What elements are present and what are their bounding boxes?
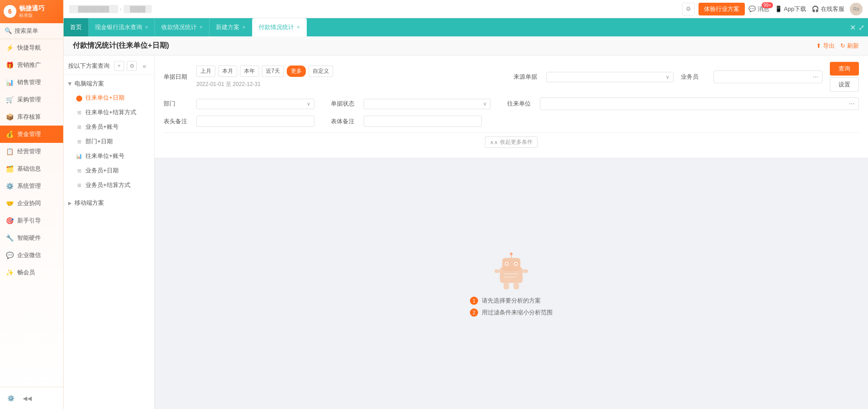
sidebar-item-system[interactable]: ⚙️ 系统管理: [0, 177, 63, 195]
date-btn-custom[interactable]: 自定义: [309, 66, 333, 77]
refresh-btn[interactable]: ↻ 刷新: [840, 42, 859, 50]
header-note-input[interactable]: [196, 116, 314, 127]
sidebar-item-finance[interactable]: 💰 资金管理: [0, 126, 63, 143]
sidebar-item-label: 系统管理: [17, 182, 41, 190]
tab-bank-close[interactable]: ×: [145, 24, 148, 30]
tab-home[interactable]: 首页: [64, 18, 89, 36]
user-avatar[interactable]: Rit: [850, 3, 863, 15]
scheme-settings-btn[interactable]: ⚙: [127, 61, 137, 71]
add-scheme-btn[interactable]: +: [114, 61, 124, 71]
tab-bank[interactable]: 现金银行流水查询 ×: [89, 18, 155, 36]
message-icon: 💬: [748, 5, 756, 12]
source-select[interactable]: ∨: [546, 72, 673, 82]
tab-receipt-close[interactable]: ×: [200, 24, 203, 30]
mobile-group-header[interactable]: ▶ 移动端方案: [64, 196, 154, 210]
settings-footer-btn[interactable]: ⚙️: [5, 392, 17, 404]
scheme-item-label: 业务员+日期: [85, 167, 119, 175]
date-btn-last-month[interactable]: 上月: [196, 66, 215, 77]
sidebar-item-inventory[interactable]: 📦 库存核算: [0, 108, 63, 126]
collapse-panel-btn[interactable]: «: [140, 61, 150, 71]
wechat-icon: 💬: [5, 251, 14, 259]
scheme-table-icon2: ⊞: [75, 123, 83, 131]
sidebar-item-label: 企业协同: [17, 199, 41, 207]
sidebar-item-operation[interactable]: 📋 经营管理: [0, 143, 63, 160]
scheme-item-1[interactable]: ⊞ 往来单位+结算方式: [64, 105, 154, 120]
filter-actions: 查询 设置: [830, 62, 859, 92]
scheme-table-icon4: ⊞: [75, 167, 83, 174]
date-btn-7days[interactable]: 近7天: [262, 66, 284, 77]
message-btn[interactable]: 💬 消息 99+: [748, 5, 769, 13]
export-label: 导出: [823, 42, 835, 50]
salesperson-dots[interactable]: ···: [813, 73, 818, 81]
scheme-item-label: 往来单位+账号: [85, 152, 125, 160]
svg-rect-11: [523, 269, 528, 273]
scheme-active-icon: ⬤: [75, 94, 83, 101]
collapse-conditions-btn[interactable]: ∧∧ 收起更多条件: [485, 136, 538, 148]
date-btn-this-month[interactable]: 本月: [218, 66, 237, 77]
refresh-label: 刷新: [847, 42, 859, 50]
sidebar-search[interactable]: 🔍 搜索菜单: [0, 23, 63, 39]
page-header-actions: ⬆ 导出 ↻ 刷新: [816, 42, 859, 50]
date-btn-more[interactable]: 更多: [287, 66, 306, 77]
query-btn[interactable]: 查询: [830, 62, 859, 76]
sidebar-item-marketing[interactable]: 🎁 营销推广: [0, 56, 63, 74]
scheme-item-0[interactable]: ⬤ 往来单位+日期: [64, 91, 154, 105]
topbar: ████████ › ████ ⚙ 体验行业方案 💬 消息 99+ 📱 App下…: [64, 0, 868, 18]
related-unit-dots[interactable]: ···: [849, 100, 855, 108]
tabbar-spacer: [307, 18, 846, 36]
online-service-btn[interactable]: 🎧 在线客服: [812, 5, 844, 13]
body-note-field[interactable]: [368, 118, 478, 125]
doc-status-select[interactable]: ∨: [364, 99, 491, 109]
left-scheme-panel: 按以下方案查询 + ⚙ « ▶ 电脑端方案 ⬤ 往来单位+日期: [64, 56, 155, 409]
desktop-group-header[interactable]: ▶ 电脑端方案: [64, 77, 154, 91]
sidebar-item-quick-nav[interactable]: ⚡ 快捷导航: [0, 39, 63, 56]
scheme-item-3[interactable]: ⊞ 部门+日期: [64, 134, 154, 149]
scheme-item-5[interactable]: ⊞ 业务员+日期: [64, 163, 154, 178]
sidebar-item-basic-info[interactable]: 🗂️ 基础信息: [0, 160, 63, 177]
setting-btn[interactable]: 设置: [830, 77, 859, 92]
tab-new-scheme-close[interactable]: ×: [242, 24, 245, 30]
tab-receipt-stat[interactable]: 收款情况统计 ×: [155, 18, 210, 36]
settings-btn[interactable]: ⚙: [682, 3, 695, 15]
filter-row-3: 表头备注 表体备注: [164, 116, 859, 127]
scheme-table-icon5: ⊞: [75, 182, 83, 189]
tab-payment-stat[interactable]: 付款情况统计 ×: [252, 18, 307, 36]
date-label: 单据日期: [164, 73, 189, 81]
chevron-up-icon: ∧∧: [490, 139, 498, 146]
app-download-btn[interactable]: 📱 App下载: [775, 5, 806, 13]
sidebar-item-vip[interactable]: ✨ 畅会员: [0, 264, 63, 281]
tab-payment-label: 付款情况统计: [259, 23, 294, 31]
sidebar-item-guide[interactable]: 🎯 新手引导: [0, 212, 63, 229]
headset-icon: 🎧: [812, 5, 819, 12]
collapse-sidebar-btn[interactable]: ◀◀: [21, 392, 34, 404]
scheme-item-4[interactable]: 📊 往来单位+账号: [64, 149, 154, 163]
scheme-item-2[interactable]: ⊞ 业务员+账号: [64, 120, 154, 134]
topbar-breadcrumb: ████████ › ████: [69, 5, 152, 13]
tab-payment-close[interactable]: ×: [297, 24, 300, 30]
body-note-input[interactable]: [364, 116, 482, 127]
close-all-tabs-btn[interactable]: ✕: [850, 23, 856, 32]
sidebar-item-wechat[interactable]: 💬 企业微信: [0, 247, 63, 264]
scheme-item-6[interactable]: ⊞ 业务员+结算方式: [64, 178, 154, 192]
sidebar-item-enterprise[interactable]: 🤝 企业协同: [0, 195, 63, 212]
tab-new-scheme-label: 新建方案: [216, 23, 239, 31]
expand-tabs-btn[interactable]: ⤢: [858, 23, 864, 32]
tab-new-scheme[interactable]: 新建方案 ×: [210, 18, 252, 36]
salesperson-select[interactable]: ···: [713, 71, 823, 83]
dept-select[interactable]: ∨: [196, 99, 314, 109]
content-area: 按以下方案查询 + ⚙ « ▶ 电脑端方案 ⬤ 往来单位+日期: [64, 56, 868, 409]
sidebar-item-purchase[interactable]: 🛒 采购管理: [0, 91, 63, 108]
trial-btn[interactable]: 体验行业方案: [698, 3, 745, 15]
date-btn-this-year[interactable]: 本年: [240, 66, 259, 77]
sidebar-item-hardware[interactable]: 🔧 智能硬件: [0, 229, 63, 247]
related-unit-select[interactable]: ···: [540, 97, 859, 110]
sidebar-item-label: 新手引导: [17, 217, 41, 225]
main-area: ████████ › ████ ⚙ 体验行业方案 💬 消息 99+ 📱 App下…: [64, 0, 868, 409]
export-btn[interactable]: ⬆ 导出: [816, 42, 835, 50]
filter-area: 单据日期 上月 本月 本年 近7天 更多 自定义 2022-01-01 至 20…: [155, 56, 868, 158]
related-unit-label: 往来单位: [507, 100, 533, 108]
header-note-field[interactable]: [200, 118, 310, 125]
robot-illustration: [491, 251, 532, 292]
desktop-group-arrow: ▶: [68, 82, 73, 86]
sidebar-item-sales[interactable]: 📊 销售管理: [0, 74, 63, 91]
